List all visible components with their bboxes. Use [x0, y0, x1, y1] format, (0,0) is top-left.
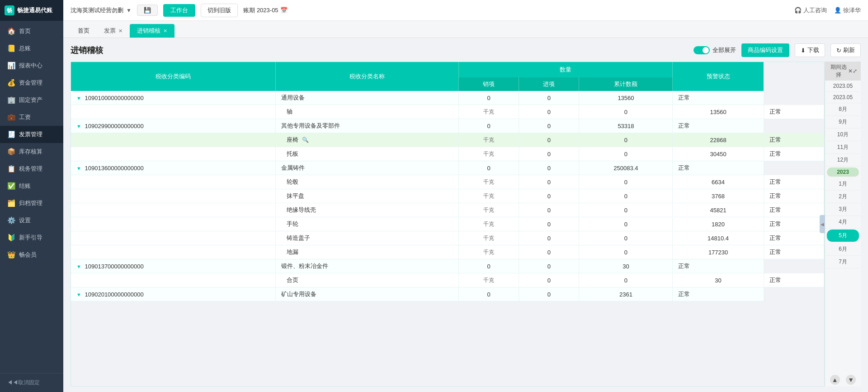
expand-icon[interactable]: ▼	[76, 166, 81, 171]
cell-purchase: 0	[519, 119, 579, 133]
period-value: 2023-05	[257, 7, 278, 14]
sidebar-item-checkout[interactable]: ✅ 结账	[0, 177, 63, 195]
period-item[interactable]: 7月	[825, 256, 861, 268]
sidebar-item-funds[interactable]: 💰 资金管理	[0, 74, 63, 91]
expand-icon[interactable]: ▼	[76, 124, 81, 129]
period-item[interactable]: 8月	[825, 103, 861, 116]
table-row[interactable]: 轴 千克 0 0 13560 正常	[71, 105, 824, 119]
period-item[interactable]: 2月	[825, 191, 861, 203]
table-row[interactable]: ▼ 109013600000000000 金属铸件 0 0 250083.4 正…	[71, 161, 824, 175]
period-list: 2023.052023.058月9月10月11月12月20231月2月3月4月5…	[825, 81, 861, 373]
expand-all-toggle[interactable]: 全部展开	[693, 46, 736, 54]
table-row[interactable]: 轮毂 千克 0 0 6634 正常	[71, 175, 824, 189]
tab-invoice[interactable]: 发票 ✕	[97, 24, 130, 38]
sidebar-item-tax[interactable]: 📋 税务管理	[0, 160, 63, 177]
sidebar-item-reports[interactable]: 📊 报表中心	[0, 57, 63, 74]
period-item[interactable]: 10月	[825, 129, 861, 141]
tab-invoice-close-icon[interactable]: ✕	[118, 28, 123, 34]
support-button[interactable]: 🎧 人工咨询	[794, 6, 827, 14]
cell-status: 正常	[764, 245, 824, 259]
table-row[interactable]: 托板 千克 0 0 30450 正常	[71, 147, 824, 161]
user-profile[interactable]: 👤 徐泽华	[834, 6, 861, 14]
table-row[interactable]: 抹平盘 千克 0 0 3768 正常	[71, 189, 824, 203]
panel-expand-icon[interactable]: ⤢	[853, 68, 857, 74]
sidebar-item-label: 固定资产	[19, 96, 42, 104]
sidebar-item-invoice[interactable]: 🧾 发票管理	[0, 126, 63, 143]
sidebar-item-archive[interactable]: 🗂️ 归档管理	[0, 195, 63, 212]
table-row[interactable]: 座椅🔍 千克 0 0 22868 正常	[71, 133, 824, 147]
table-row[interactable]: 铸造盖子 千克 0 0 14810.4 正常	[71, 231, 824, 245]
search-icon[interactable]: 🔍	[302, 137, 309, 143]
period-item[interactable]: 2023.05	[825, 81, 861, 92]
table-row[interactable]: ▼ 109013700000000000 锻件、粉末冶金件 0 0 30 正常	[71, 259, 824, 273]
cell-sales: 0	[519, 273, 579, 287]
sidebar-item-salary[interactable]: 💼 工资	[0, 109, 63, 126]
sidebar-item-inventory[interactable]: 📦 库存核算	[0, 143, 63, 160]
table-row[interactable]: 手轮 千克 0 0 1820 正常	[71, 217, 824, 231]
table-row[interactable]: 地漏 千克 0 0 177230 正常	[71, 245, 824, 259]
period-next-button[interactable]: ▼	[846, 375, 856, 385]
period-item[interactable]: 3月	[825, 203, 861, 216]
cell-status: 正常	[764, 231, 824, 245]
tax-icon: 📋	[7, 165, 15, 173]
refresh-icon: ↻	[836, 47, 841, 54]
period-item[interactable]: 5月	[827, 229, 859, 242]
tab-home-label: 首页	[78, 27, 90, 35]
company-selector[interactable]: 沈海英测试经营勿删 ▼	[71, 6, 132, 14]
old-version-button[interactable]: 切到旧版	[201, 4, 238, 17]
period-item[interactable]: 4月	[825, 216, 861, 229]
table-row[interactable]: 合页 千克 0 0 30 正常	[71, 273, 824, 287]
cell-purchase: 0	[519, 287, 579, 301]
sidebar-item-member[interactable]: 👑 畅会员	[0, 246, 63, 263]
cell-name: 地漏	[275, 245, 458, 259]
expand-icon[interactable]: ▼	[76, 292, 81, 297]
unpin-button[interactable]: ◀◀取消固定	[0, 373, 63, 392]
ledger-icon: 📒	[7, 44, 15, 53]
panel-close-icon[interactable]: ✕	[848, 68, 853, 74]
data-table-container: 税收分类编码 税收分类名称 数量 预警状态 销项 进项 累计数额	[71, 62, 825, 387]
page-title: 进销稽核	[71, 45, 103, 56]
period-prev-button[interactable]: ▲	[830, 375, 840, 385]
toggle-switch[interactable]	[693, 46, 710, 54]
period-item[interactable]: 11月	[825, 141, 861, 154]
tab-reconcile[interactable]: 进销稽核 ✕	[130, 24, 175, 38]
cell-unit: 千克	[458, 203, 519, 217]
sidebar-item-home[interactable]: 🏠 首页	[0, 23, 63, 40]
cell-code: ▼ 109013700000000000	[71, 259, 275, 273]
sidebar-item-assets[interactable]: 🏢 固定资产	[0, 91, 63, 109]
table-row[interactable]: ▼ 109029900000000000 其他专用设备及零部件 0 0 5331…	[71, 119, 824, 133]
calendar-icon[interactable]: 📅	[280, 7, 288, 14]
refresh-button[interactable]: ↻ 刷新	[830, 43, 861, 57]
sidebar-item-ledger[interactable]: 📒 总账	[0, 40, 63, 57]
download-label: 下载	[807, 46, 819, 54]
cell-total: 1820	[673, 217, 764, 231]
panel-collapse-handle[interactable]: ◀	[820, 215, 825, 233]
download-button[interactable]: ⬇ 下载	[795, 43, 825, 57]
period-item[interactable]: 1月	[825, 178, 861, 191]
tab-home[interactable]: 首页	[71, 24, 97, 38]
member-icon: 👑	[7, 251, 15, 259]
cell-unit: 千克	[458, 175, 519, 189]
expand-icon[interactable]: ▼	[76, 96, 81, 101]
workbench-button[interactable]: 工作台	[163, 4, 195, 17]
cell-purchase: 0	[519, 161, 579, 175]
period-item[interactable]: 2023	[827, 167, 859, 177]
sidebar-item-guide[interactable]: 🔰 新手引导	[0, 229, 63, 246]
table-row[interactable]: 绝缘导线壳 千克 0 0 45821 正常	[71, 203, 824, 217]
product-code-button[interactable]: 商品编码设置	[741, 43, 789, 57]
period-item[interactable]: 12月	[825, 154, 861, 167]
save-button[interactable]: 💾	[137, 5, 158, 16]
table-row[interactable]: ▼ 109020100000000000 矿山专用设备 0 0 2361 正常	[71, 287, 824, 301]
period-item[interactable]: 2023.05	[825, 92, 861, 103]
period-item[interactable]: 9月	[825, 116, 861, 129]
cell-unit: 千克	[458, 105, 519, 119]
sidebar-item-settings[interactable]: ⚙️ 设置	[0, 212, 63, 229]
expand-icon[interactable]: ▼	[76, 264, 81, 269]
cell-name: 绝缘导线壳	[275, 203, 458, 217]
tab-reconcile-close-icon[interactable]: ✕	[163, 28, 167, 34]
cell-purchase: 0	[519, 259, 579, 273]
guide-icon: 🔰	[7, 234, 15, 242]
cell-status: 正常	[764, 217, 824, 231]
period-item[interactable]: 6月	[825, 243, 861, 256]
table-row[interactable]: ▼ 109010000000000000 通用设备 0 0 13560 正常	[71, 91, 824, 105]
